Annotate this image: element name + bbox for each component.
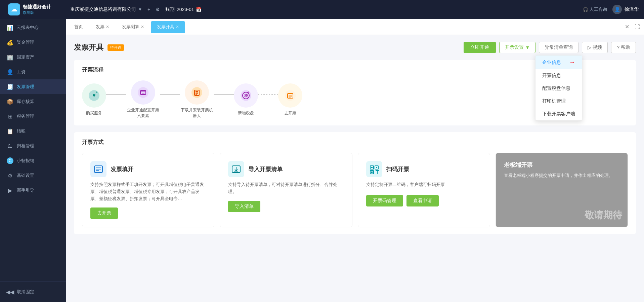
tab-home-label: 首页: [74, 24, 83, 30]
boss-desc: 查看老板端小程序提交的开票申请，并作出相应的处理。: [504, 172, 619, 179]
tab-invoice-label: 发票: [96, 24, 104, 30]
user-icon: 👤: [614, 7, 620, 12]
copyright-icon: C: [7, 157, 13, 164]
logo-sub: 旗舰版: [23, 10, 34, 15]
sidebar-item-xinshou[interactable]: ▶ 新手引导: [0, 183, 66, 198]
scan-buttons: 开票码管理 查看申请: [366, 194, 482, 206]
step-label-4: 新增税盘: [238, 110, 254, 116]
svg-rect-34: [371, 172, 373, 173]
method-header-fill: 发票填开: [90, 161, 206, 177]
method-card-boss: 老板端开票 查看老板端小程序提交的开票申请，并作出相应的处理。 敬请期待: [496, 153, 628, 227]
method-card-scan: 扫码开票 支持定制开票二维码，客户端可扫码开票 开票码管理 查看申请: [358, 153, 490, 227]
dropdown-item-taxdisk[interactable]: 配置税盘信息: [535, 82, 582, 95]
view-apply-button[interactable]: 查看申请: [406, 195, 439, 206]
step-icon-5: [278, 83, 302, 108]
import-button[interactable]: 导入清单: [228, 201, 260, 212]
page-title-area: 发票开具 待开通: [74, 42, 124, 52]
sidebar: 📊 云报表中心 💰 资金管理 🏢 固定资产 👤 工资 🧾 发票管理: [0, 19, 66, 302]
method-header-scan: 扫码开票: [366, 161, 482, 177]
step-label-3: 下载并安装开票机器人: [180, 107, 214, 119]
flow-step-3: 下载并安装开票机器人: [180, 80, 214, 119]
flow-step-4: 税 + 新增税盘: [234, 83, 258, 116]
user-area[interactable]: 👤 徐泽华: [612, 5, 639, 14]
logo-text-group: 畅捷通好会计 旗舰版: [23, 4, 51, 15]
settings-button[interactable]: ⚙: [156, 7, 160, 12]
add-company-button[interactable]: +: [147, 7, 150, 12]
chevron-down-icon: ▼: [138, 7, 142, 12]
app-container: ☁ 畅捷通好会计 旗舰版 重庆畅捷交通信息咨询有限公司 ▼ + ⚙ 账期 202…: [0, 0, 644, 302]
dropdown-item-download-client[interactable]: 下载开票客户端: [535, 108, 582, 120]
tab-invoice-calc[interactable]: 发票测算 ✕: [116, 21, 150, 33]
sidebar-item-shuiwu[interactable]: ⊞ 税务管理: [0, 109, 66, 124]
dropdown-item-printer[interactable]: 打印机管理: [535, 95, 582, 108]
tab-invoice-close[interactable]: ✕: [106, 25, 109, 29]
svg-rect-32: [371, 167, 373, 168]
step-label-2: 企业开通配置开票六要素: [126, 107, 160, 119]
step-icon-2: [131, 80, 155, 105]
calendar-icon: 📅: [196, 7, 202, 12]
method-card-import: 导入开票清单 支持导入待开票清单，可对待开票清单进行拆分、合并处理。 导入清单: [220, 153, 352, 227]
exception-button[interactable]: 异常清单查询: [539, 42, 578, 53]
sidebar-item-xiaochang[interactable]: C 小畅报销: [0, 153, 66, 168]
step-icon-3: [185, 80, 209, 105]
tab-invoice-issue-close[interactable]: ✕: [176, 25, 179, 29]
svg-text:+: +: [96, 90, 98, 94]
gear-icon: ⚙: [156, 7, 160, 12]
svg-text:+: +: [248, 90, 250, 94]
fill-goto-button[interactable]: 去开票: [90, 207, 118, 219]
fill-desc: 支持按照发票样式手工填开发票；可开具增值税电子普通发票、增值税普通发票、增值税专…: [90, 181, 206, 202]
open-button[interactable]: 立即开通: [464, 42, 496, 53]
sidebar-item-zijin[interactable]: 💰 资金管理: [0, 35, 66, 50]
sidebar-item-yunbao[interactable]: 📊 云报表中心: [0, 20, 66, 35]
sidebar-item-jichushezhi[interactable]: ⚙ 基础设置: [0, 168, 66, 183]
method-card-fill: 发票填开 支持按照发票样式手工填开发票；可开具增值税电子普通发票、增值税普通发票…: [82, 153, 214, 227]
settings-label: 开票设置: [505, 44, 524, 50]
company-selector[interactable]: 重庆畅捷交通信息咨询有限公司 ▼: [70, 6, 142, 12]
sidebar-nav: 📊 云报表中心 💰 资金管理 🏢 固定资产 👤 工资 🧾 发票管理: [0, 19, 66, 281]
step-line-2: [160, 94, 180, 95]
sidebar-item-quxiao[interactable]: ◀◀ 取消固定: [0, 285, 66, 299]
dropdown-item-invoice-info[interactable]: 开票信息: [535, 69, 582, 82]
svg-point-16: [285, 90, 296, 101]
page-title: 发票开具: [74, 42, 103, 52]
dropdown-item-company-info[interactable]: 企业信息 →: [535, 55, 582, 69]
sidebar-item-fapiao[interactable]: 🧾 发票管理: [0, 79, 66, 94]
tab-invoice-calc-close[interactable]: ✕: [141, 25, 144, 29]
sidebar-item-jiezhang[interactable]: 📋 结账: [0, 124, 66, 139]
tab-expand-button[interactable]: ⛶: [633, 23, 641, 31]
qrcode-manage-button[interactable]: 开票码管理: [366, 195, 403, 206]
main-area: 📊 云报表中心 💰 资金管理 🏢 固定资产 👤 工资 🧾 发票管理: [0, 19, 644, 302]
sidebar-item-gongzi[interactable]: 👤 工资: [0, 65, 66, 79]
settings-button[interactable]: 开票设置 ▼: [499, 42, 535, 53]
company-name: 重庆畅捷交通信息咨询有限公司: [70, 6, 136, 12]
logo-area: ☁ 畅捷通好会计 旗舰版: [5, 1, 54, 18]
red-arrow-icon: →: [569, 59, 575, 66]
status-badge: 待开通: [108, 44, 124, 51]
step-line-1: [106, 94, 126, 95]
support-button[interactable]: 🎧 人工咨询: [583, 6, 607, 12]
avatar: 👤: [612, 5, 622, 14]
boss-content: 老板端开票 查看老板端小程序提交的开票申请，并作出相应的处理。: [504, 161, 619, 179]
tab-home[interactable]: 首页: [69, 21, 89, 33]
sidebar-item-guidang[interactable]: 🗂 归档管理: [0, 139, 66, 153]
question-icon: ?: [617, 45, 619, 50]
boss-title: 老板端开票: [504, 161, 619, 169]
sidebar-item-gudingzichan[interactable]: 🏢 固定资产: [0, 50, 66, 65]
sidebar-item-kucun[interactable]: 📦 库存核算: [0, 94, 66, 109]
help-button[interactable]: ? 帮助: [611, 42, 636, 53]
headset-icon: 🎧: [583, 7, 588, 12]
import-desc: 支持导入待开票清单，可对待开票清单进行拆分、合并处理。: [228, 181, 344, 195]
tab-close-button[interactable]: ✕: [624, 22, 631, 31]
invoice-icon: 🧾: [7, 83, 13, 90]
support-label: 人工咨询: [590, 6, 607, 12]
tab-invoice[interactable]: 发票 ✕: [90, 21, 115, 33]
fill-title: 发票填开: [111, 165, 133, 173]
svg-rect-9: [196, 91, 198, 92]
page-header: 发票开具 待开通 立即开通 开票设置 ▼ 异常清单查询 ▷ 视频: [74, 42, 636, 53]
methods-grid: 发票填开 支持按照发票样式手工填开发票；可开具增值税电子普通发票、增值税普通发票…: [82, 153, 628, 227]
video-button[interactable]: ▷ 视频: [582, 42, 608, 53]
tab-invoice-issue[interactable]: 发票开具 ✕: [151, 21, 185, 33]
fill-icon: [90, 161, 106, 177]
import-icon: [228, 161, 244, 177]
methods-section-title: 开票方式: [82, 139, 628, 146]
